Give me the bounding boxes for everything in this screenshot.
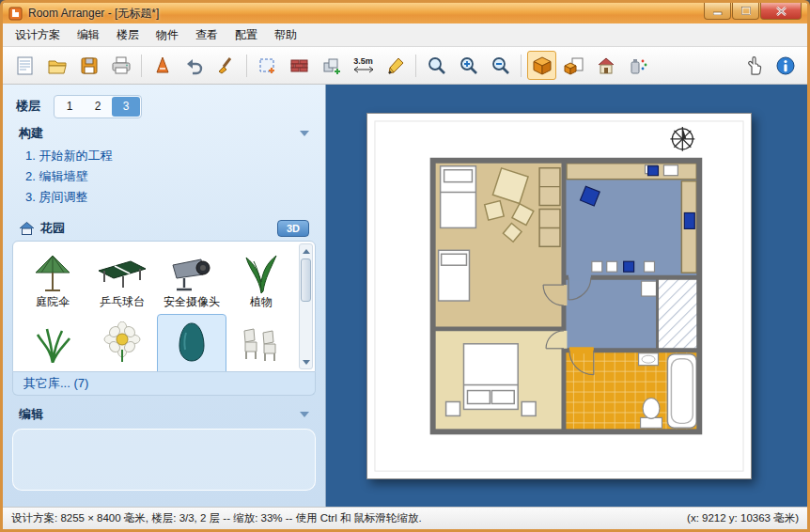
view-3d-button[interactable] [527,51,556,80]
sidebar: 楼层 1 2 3 构建 1. 开始新的工程 2. 编辑墙壁 3. 房间调整 [3,85,326,507]
menu-objects[interactable]: 物件 [148,23,187,47]
edit-section-header[interactable]: 编辑 [12,401,316,427]
statusbar: 设计方案: 8255 × 8400 毫米, 楼层: 3/3, 2 层 -- 缩放… [3,507,807,529]
close-button[interactable] [760,3,802,20]
grass-icon [32,316,73,363]
flower-icon [101,316,143,363]
app-icon [8,7,23,21]
status-left: 设计方案: 8255 × 8400 毫米, 楼层: 3/3, 2 层 -- 缩放… [11,511,422,525]
titlebar[interactable]: Room Arranger - [无标题*] [3,3,807,23]
menu-design[interactable]: 设计方案 [7,23,69,47]
undo-button[interactable] [179,51,209,80]
plan-canvas[interactable] [326,85,807,507]
menu-view[interactable]: 查看 [187,23,226,47]
zoom-tool-button[interactable] [422,51,451,80]
maximize-button[interactable] [732,3,759,20]
library-item-plant[interactable]: 植物 [226,246,296,310]
build-section-label: 构建 [19,125,43,142]
garden-3d-button[interactable]: 3D [277,220,309,237]
edit-section-label: 编辑 [19,406,43,423]
app-window: Room Arranger - [无标题*] 设计方案 编辑 楼层 物件 查看 … [0,0,810,532]
floor-tab-2[interactable]: 2 [84,97,112,117]
sink[interactable] [639,353,659,366]
toolbar-separator [521,55,522,77]
library-item-label: 安全摄像头 [164,295,220,308]
open-button[interactable] [42,51,71,80]
toilet[interactable] [641,399,662,429]
pointer-hand-button[interactable] [739,51,768,80]
menu-edit[interactable]: 编辑 [69,23,108,47]
save-button[interactable] [74,51,103,80]
main-content: 楼层 1 2 3 构建 1. 开始新的工程 2. 编辑墙壁 3. 房间调整 [3,85,807,507]
floor-tab-1[interactable]: 1 [55,97,84,117]
scroll-down-icon[interactable] [300,355,312,368]
pingpong-table-icon [95,248,149,295]
step-new-project[interactable]: 1. 开始新的工程 [25,146,306,166]
toolbar-separator [415,55,416,77]
floor-plan[interactable] [367,114,751,478]
library-item-egg-sculpture[interactable] [157,314,226,372]
measure-label: 3.5m [353,57,373,66]
chevron-down-icon[interactable] [300,131,309,136]
menu-help[interactable]: 帮助 [266,23,305,47]
bathtub[interactable] [667,354,696,429]
library-item-label: 植物 [250,295,273,308]
step-adjust-rooms[interactable]: 3. 房间调整 [25,187,306,208]
new-project-button[interactable] [10,51,39,80]
library-item-pingpong[interactable]: 乒乓球台 [87,246,157,310]
draw-wall-button[interactable] [381,51,410,80]
library-grid: 庭院伞 乒乓球台 安全摄像头 [13,242,315,372]
other-libraries-link[interactable]: 其它库... (7) [12,372,316,396]
scroll-up-icon[interactable] [300,244,312,258]
floor-selector: 楼层 1 2 3 [12,92,316,120]
zoom-in-button[interactable] [454,51,483,80]
library-item-chairs[interactable] [226,314,296,372]
floor-tab-3[interactable]: 3 [112,97,140,117]
scrollbar-thumb[interactable] [301,258,311,302]
walkthrough-button[interactable] [591,51,620,80]
home-icon [19,221,35,235]
library-item-umbrella[interactable]: 庭院伞 [18,246,87,310]
floors-label: 楼层 [16,98,40,115]
menubar: 设计方案 编辑 楼层 物件 查看 配置 帮助 [3,23,807,47]
wizard-button[interactable] [148,51,177,80]
print-button[interactable] [106,51,135,80]
library-item-camera[interactable]: 安全摄像头 [157,246,226,310]
zoom-out-button[interactable] [486,51,515,80]
status-coordinates: (x: 9212 y: 10363 毫米) [687,511,799,525]
window-title: Room Arranger - [无标题*] [28,6,159,22]
add-room-button[interactable] [253,51,282,80]
object-library: 庭院伞 乒乓球台 安全摄像头 [12,241,316,372]
minimize-button[interactable] [704,3,731,20]
menu-floors[interactable]: 楼层 [108,23,148,47]
step-edit-walls[interactable]: 2. 编辑墙壁 [25,166,306,187]
copy-view-button[interactable] [559,51,588,80]
info-button[interactable] [771,51,800,80]
build-section-header[interactable]: 构建 [12,120,316,146]
egg-sculpture-icon [173,316,210,363]
format-brush-button[interactable] [211,51,241,80]
toolbar-separator [141,55,142,77]
library-scrollbar[interactable] [299,243,313,369]
toolbar-separator [246,55,247,77]
floor-plan-page[interactable] [366,113,752,479]
garden-section-label: 花园 [40,220,65,237]
library-item-label: 庭院伞 [36,295,70,308]
library-item-daisy[interactable] [87,314,157,372]
garden-section-header[interactable]: 花园 3D [12,215,316,241]
measure-button[interactable]: 3.5m [349,51,378,80]
insert-object-button[interactable] [317,51,346,80]
security-camera-icon [167,248,216,295]
chevron-down-icon[interactable] [300,412,309,417]
build-steps: 1. 开始新的工程 2. 编辑墙壁 3. 房间调整 [12,146,316,215]
menu-options[interactable]: 配置 [226,23,266,47]
wall-button[interactable] [285,51,314,80]
library-item-grass[interactable] [18,314,87,372]
garden-chairs-icon [239,316,284,363]
render-button[interactable] [623,51,652,80]
floor-tabs: 1 2 3 [54,95,142,118]
edit-panel-empty [12,429,316,491]
window-controls [703,3,802,20]
library-item-label: 乒乓球台 [100,295,145,308]
patio-umbrella-icon [30,248,75,295]
